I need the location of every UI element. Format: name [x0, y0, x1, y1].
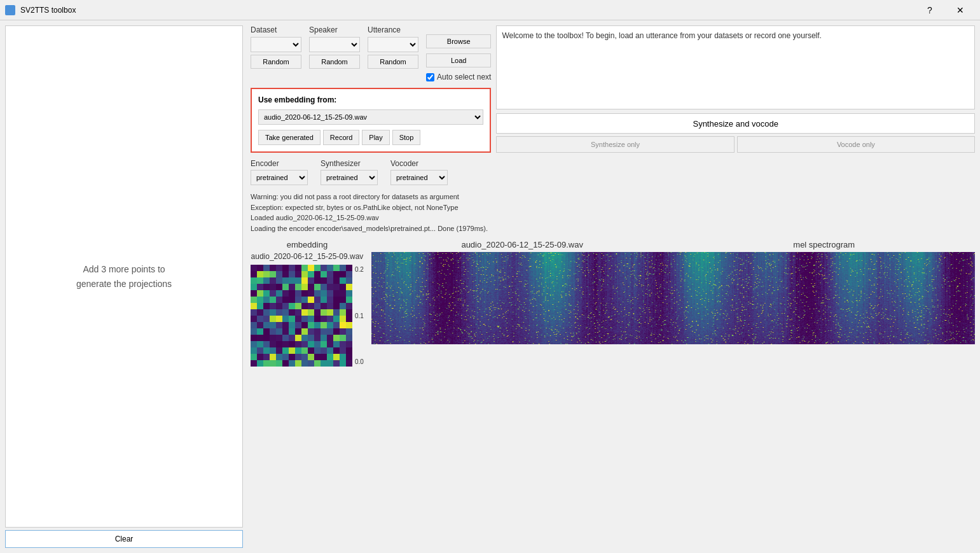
speaker-random-button[interactable]: Random — [309, 55, 360, 69]
left-panel: Add 3 more points to generate the projec… — [0, 20, 248, 553]
utterance-select[interactable] — [368, 37, 418, 52]
utterance-field: Utterance Random — [368, 25, 418, 69]
colorbar-mid: 0.1 — [355, 312, 364, 319]
embedding-filename: audio_2020-06-12_15-25-09.wav — [251, 252, 364, 261]
speaker-select[interactable] — [309, 37, 360, 52]
synthesizer-label: Synthesizer — [321, 159, 378, 168]
colorbar-max: 0.2 — [355, 266, 364, 273]
speaker-field: Speaker Random — [309, 25, 360, 69]
embedding-select[interactable]: audio_2020-06-12_15-25-09.wav — [258, 109, 483, 125]
viz-row: embedding audio_2020-06-12_15-25-09.wav … — [251, 240, 975, 548]
stop-button[interactable]: Stop — [392, 130, 421, 145]
mel-canvas — [371, 252, 975, 344]
log-area: Warning: you did not pass a root directo… — [251, 189, 975, 236]
close-button[interactable]: ✕ — [946, 0, 975, 20]
mel-filename: audio_2020-06-12_15-25-09.wav — [371, 240, 673, 249]
synthesizer-select[interactable]: pretrained — [321, 170, 378, 185]
welcome-box: Welcome to the toolbox! To begin, load a… — [496, 25, 975, 109]
dataset-select[interactable] — [251, 37, 301, 52]
projection-text: Add 3 more points to generate the projec… — [76, 262, 172, 291]
dataset-label: Dataset — [251, 25, 301, 34]
titlebar-left: SV2TTS toolbox — [5, 5, 76, 15]
auto-select-row: Auto select next — [426, 73, 491, 81]
log-line-1: Warning: you did not pass a root directo… — [251, 192, 975, 202]
mel-viz: audio_2020-06-12_15-25-09.wav mel spectr… — [371, 240, 975, 548]
help-button[interactable]: ? — [915, 0, 944, 20]
titlebar-controls: ? ✕ — [915, 0, 975, 20]
app-title: SV2TTS toolbox — [20, 6, 76, 15]
mel-viz-title: mel spectrogram — [673, 240, 975, 249]
synth-section: Synthesize and vocode Synthesize only Vo… — [496, 113, 975, 153]
colorbar: 0.2 0.1 0.0 — [355, 265, 364, 367]
encoder-select[interactable]: pretrained — [251, 170, 308, 185]
welcome-text: Welcome to the toolbox! To begin, load a… — [502, 31, 822, 40]
vocoder-field: Vocoder pretrained — [390, 159, 448, 185]
projection-area: Add 3 more points to generate the projec… — [5, 25, 243, 528]
synthesizer-field: Synthesizer pretrained — [321, 159, 378, 185]
top-section: Dataset Random Speaker Random — [251, 25, 975, 153]
synth-row: Synthesize only Vocode only — [496, 136, 975, 153]
dataset-section: Dataset Random Speaker Random — [251, 25, 491, 81]
embedding-canvas-wrapper: 0.2 0.1 0.0 — [251, 265, 364, 367]
embedding-viz-title: embedding — [287, 240, 328, 249]
vocoder-label: Vocoder — [390, 159, 448, 168]
browse-button[interactable]: Browse — [426, 34, 491, 48]
speaker-label: Speaker — [309, 25, 360, 34]
synth-vocode-button[interactable]: Synthesize and vocode — [496, 113, 975, 134]
load-button[interactable]: Load — [426, 53, 491, 67]
encoder-field: Encoder pretrained — [251, 159, 308, 185]
embedding-box: Use embedding from: audio_2020-06-12_15-… — [251, 88, 491, 153]
dataset-random-button[interactable]: Random — [251, 55, 301, 69]
log-line-3: Loaded audio_2020-06-12_15-25-09.wav — [251, 213, 975, 223]
colorbar-min: 0.0 — [355, 358, 364, 365]
utterance-random-button[interactable]: Random — [368, 55, 418, 69]
utterance-label: Utterance — [368, 25, 418, 34]
encoder-row: Encoder pretrained Synthesizer pretraine… — [251, 159, 975, 185]
log-line-2: Exception: expected str, bytes or os.Pat… — [251, 202, 975, 213]
record-button[interactable]: Record — [323, 130, 359, 145]
clear-button[interactable]: Clear — [5, 530, 243, 548]
embedding-title: Use embedding from: — [258, 95, 483, 104]
welcome-and-synth: Welcome to the toolbox! To begin, load a… — [496, 25, 975, 153]
vocoder-select[interactable]: pretrained — [390, 170, 448, 185]
right-panel: Dataset Random Speaker Random — [248, 20, 980, 553]
dataset-field: Dataset Random — [251, 25, 301, 69]
app-icon — [5, 5, 15, 15]
synth-only-button[interactable]: Synthesize only — [496, 136, 734, 153]
embedding-canvas — [251, 265, 352, 367]
vocode-only-button[interactable]: Vocode only — [737, 136, 975, 153]
play-button[interactable]: Play — [362, 130, 389, 145]
log-line-4: Loading the encoder encoder\saved_models… — [251, 223, 975, 234]
embedding-select-row: audio_2020-06-12_15-25-09.wav — [258, 109, 483, 125]
auto-select-checkbox[interactable] — [426, 73, 434, 81]
embedding-viz: embedding audio_2020-06-12_15-25-09.wav … — [251, 240, 364, 548]
main-content: Add 3 more points to generate the projec… — [0, 20, 980, 553]
encoder-label: Encoder — [251, 159, 308, 168]
controls-left-col: Dataset Random Speaker Random — [251, 25, 491, 153]
browse-load-field: Browse Load Auto select next — [426, 25, 491, 81]
embedding-buttons: Take generated Record Play Stop — [258, 130, 483, 145]
take-generated-button[interactable]: Take generated — [258, 130, 321, 145]
titlebar: SV2TTS toolbox ? ✕ — [0, 0, 980, 20]
auto-select-label: Auto select next — [437, 73, 491, 81]
